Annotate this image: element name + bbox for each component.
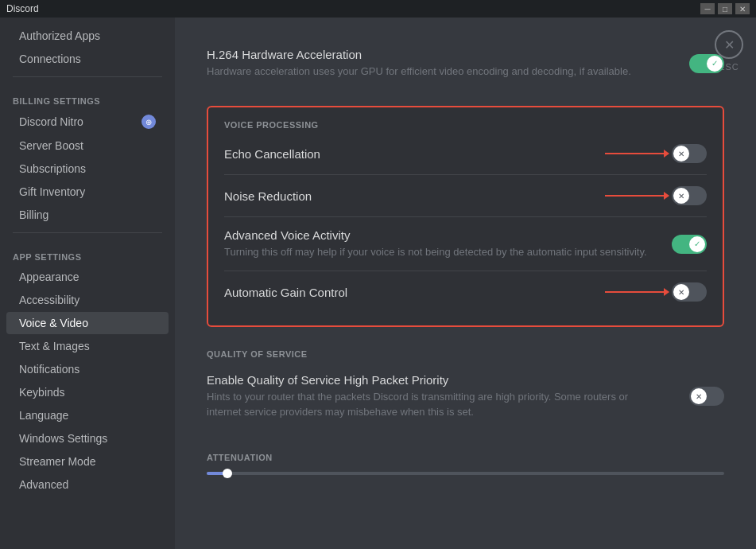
- sidebar-item-windows-settings[interactable]: Windows Settings: [6, 427, 169, 450]
- sidebar-item-billing[interactable]: Billing: [6, 204, 169, 226]
- h264-text: H.264 Hardware Acceleration Hardware acc…: [207, 48, 631, 79]
- attenuation-slider-track: [207, 472, 724, 475]
- sidebar-item-accessibility[interactable]: Accessibility: [6, 289, 169, 311]
- sidebar-label: Billing: [19, 208, 48, 221]
- sidebar-label: Appearance: [19, 271, 79, 283]
- sidebar-label: Windows Settings: [19, 432, 107, 445]
- agc-arrow-line: [605, 291, 669, 293]
- sidebar-item-connections[interactable]: Connections: [6, 48, 169, 70]
- sidebar-label: Keybinds: [19, 386, 65, 399]
- sidebar-label: Discord Nitro: [19, 115, 83, 128]
- sidebar-label: Notifications: [19, 363, 79, 376]
- h264-toggle[interactable]: ✓: [689, 54, 724, 73]
- close-button[interactable]: ✕: [735, 3, 750, 14]
- h264-title: H.264 Hardware Acceleration: [207, 48, 631, 61]
- sidebar-item-keybinds[interactable]: Keybinds: [6, 381, 169, 403]
- advanced-voice-activity-row: Advanced Voice Activity Turning this off…: [224, 217, 707, 271]
- sidebar-item-gift-inventory[interactable]: Gift Inventory: [6, 181, 169, 203]
- echo-cancellation-title: Echo Cancellation: [224, 147, 320, 161]
- sidebar-item-language[interactable]: Language: [6, 404, 169, 426]
- sidebar-item-voice-video[interactable]: Voice & Video: [6, 312, 169, 334]
- nitro-icon: ⊕: [142, 115, 156, 129]
- attenuation-label: ATTENUATION: [207, 453, 724, 462]
- attenuation-slider-container[interactable]: [207, 469, 724, 478]
- qos-text: Enable Quality of Service High Packet Pr…: [207, 373, 652, 419]
- sidebar-label: Gift Inventory: [19, 185, 85, 198]
- echo-arrow-line: [605, 153, 669, 154]
- sidebar-label: Accessibility: [19, 294, 79, 306]
- noise-arrow-line: [605, 195, 669, 197]
- h264-toggle-knob: ✓: [707, 56, 723, 72]
- sidebar-item-text-images[interactable]: Text & Images: [6, 335, 169, 357]
- echo-toggle-knob: ✕: [673, 146, 689, 162]
- billing-settings-label: BILLING SETTINGS: [0, 84, 175, 109]
- attenuation-slider-thumb: [223, 469, 232, 478]
- ava-toggle[interactable]: ✓: [672, 235, 707, 254]
- sidebar: Authorized Apps Connections BILLING SETT…: [0, 18, 175, 549]
- qos-block: QUALITY OF SERVICE Enable Quality of Ser…: [207, 349, 724, 430]
- noise-reduction-title: Noise Reduction: [224, 189, 312, 203]
- h264-section: H.264 Hardware Acceleration Hardware acc…: [207, 37, 724, 90]
- sidebar-divider: [13, 76, 162, 77]
- attenuation-block: ATTENUATION: [207, 453, 724, 478]
- sidebar-label: Connections: [19, 53, 81, 65]
- qos-toggle[interactable]: ✕: [689, 387, 724, 406]
- app-body: Authorized Apps Connections BILLING SETT…: [0, 18, 756, 549]
- voice-processing-box: VOICE PROCESSING Echo Cancellation ✕ Noi…: [207, 106, 724, 327]
- h264-description: Hardware acceleration uses your GPU for …: [207, 64, 631, 79]
- ava-title: Advanced Voice Activity: [224, 228, 647, 242]
- noise-toggle-knob: ✕: [673, 188, 689, 204]
- main-content: ✕ ESC H.264 Hardware Acceleration Hardwa…: [175, 18, 756, 549]
- app-title: Discord: [6, 3, 39, 14]
- echo-red-arrow: [605, 153, 669, 154]
- qos-setting-row: Enable Quality of Service High Packet Pr…: [207, 362, 724, 430]
- agc-toggle[interactable]: ✕: [672, 282, 707, 302]
- sidebar-item-notifications[interactable]: Notifications: [6, 358, 169, 380]
- sidebar-item-server-boost[interactable]: Server Boost: [6, 134, 169, 157]
- agc-title: Automatic Gain Control: [224, 286, 347, 299]
- noise-red-arrow: [605, 195, 669, 197]
- sidebar-item-appearance[interactable]: Appearance: [6, 266, 169, 288]
- agc-row: Automatic Gain Control ✕: [224, 271, 707, 313]
- qos-toggle-knob: ✕: [691, 388, 707, 404]
- ava-description: Turning this off may help if your voice …: [224, 245, 647, 259]
- sidebar-item-advanced[interactable]: Advanced: [6, 473, 169, 496]
- noise-arrow-row: ✕: [605, 186, 707, 205]
- echo-cancellation-row: Echo Cancellation ✕: [224, 133, 707, 175]
- sidebar-label: Text & Images: [19, 340, 90, 352]
- agc-toggle-knob: ✕: [673, 284, 689, 300]
- window-controls: ─ □ ✕: [700, 3, 750, 14]
- sidebar-item-streamer-mode[interactable]: Streamer Mode: [6, 450, 169, 473]
- qos-label: QUALITY OF SERVICE: [207, 349, 724, 359]
- noise-reduction-toggle[interactable]: ✕: [672, 186, 707, 205]
- app-settings-label: APP SETTINGS: [0, 239, 175, 265]
- qos-description: Hints to your router that the packets Di…: [207, 390, 652, 419]
- sidebar-label: Advanced: [19, 478, 68, 491]
- sidebar-label: Server Boost: [19, 139, 83, 152]
- ava-text: Advanced Voice Activity Turning this off…: [224, 228, 647, 259]
- sidebar-divider-2: [13, 232, 162, 233]
- ava-toggle-knob: ✓: [689, 236, 705, 252]
- sidebar-item-subscriptions[interactable]: Subscriptions: [6, 158, 169, 180]
- qos-title: Enable Quality of Service High Packet Pr…: [207, 373, 652, 387]
- maximize-button[interactable]: □: [718, 3, 732, 14]
- sidebar-label: Subscriptions: [19, 162, 86, 175]
- sidebar-label: Streamer Mode: [19, 455, 95, 468]
- h264-setting-row: H.264 Hardware Acceleration Hardware acc…: [207, 37, 724, 90]
- noise-reduction-row: Noise Reduction ✕: [224, 175, 707, 217]
- echo-cancellation-toggle[interactable]: ✕: [672, 144, 707, 163]
- echo-arrow-row: ✕: [605, 144, 707, 163]
- agc-arrow-row: ✕: [605, 282, 707, 302]
- minimize-button[interactable]: ─: [700, 3, 715, 14]
- sidebar-label: Language: [19, 409, 68, 422]
- voice-processing-label: VOICE PROCESSING: [224, 120, 707, 130]
- sidebar-label: Authorized Apps: [19, 29, 100, 42]
- sidebar-item-discord-nitro[interactable]: Discord Nitro ⊕: [6, 110, 169, 134]
- agc-red-arrow: [605, 291, 669, 293]
- sidebar-label: Voice & Video: [19, 317, 88, 329]
- sidebar-item-authorized-apps[interactable]: Authorized Apps: [6, 25, 169, 47]
- title-bar: Discord ─ □ ✕: [0, 0, 756, 18]
